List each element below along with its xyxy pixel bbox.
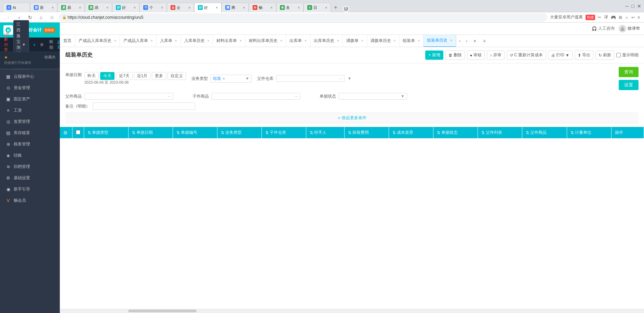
tab-close-5[interactable]: × [134, 6, 136, 10]
parent-warehouse-input[interactable]: ··· [276, 75, 345, 82]
sidebar-item-archive[interactable]: ≋ 归档管理 [0, 161, 60, 172]
sidebar-item-tax[interactable]: ⊛ 税务管理 [0, 139, 60, 150]
select-all-checkbox[interactable] [76, 130, 80, 134]
date-btn-1month[interactable]: 近1月 [134, 72, 151, 80]
nav-tab-close-assemble-history[interactable]: × [450, 39, 452, 42]
th-parent-goods[interactable]: ⇅ 父件商品 [522, 127, 567, 138]
nav-tab-more[interactable]: ≡ [480, 35, 489, 47]
review-btn[interactable]: ● 审核 [467, 51, 485, 60]
child-goods-dots[interactable]: ··· [295, 94, 298, 99]
nav-tab-out-bill-history[interactable]: 出库单历史 × [310, 35, 343, 47]
abandon-btn[interactable]: ○ 弃审 [487, 51, 505, 60]
tab-close-4[interactable]: × [106, 6, 108, 10]
add-btn[interactable]: + 新增 [425, 51, 443, 60]
refresh-btn[interactable]: ↻ 刷新 [595, 51, 614, 60]
menu-icon[interactable]: ≡ [638, 15, 640, 20]
tab-close-2[interactable]: × [52, 6, 54, 10]
tab-close-11[interactable]: × [298, 6, 300, 10]
th-disassemble-fee[interactable]: ⇅ 拆装费用 [344, 127, 389, 138]
date-btn-yesterday[interactable]: 昨天 [84, 72, 99, 80]
tab-close-3[interactable]: × [79, 6, 81, 10]
new-tab-button[interactable]: + [331, 3, 340, 12]
parent-goods-dots[interactable]: ··· [167, 94, 171, 99]
sidebar-item-salary[interactable]: ≡ 工资 [0, 105, 60, 116]
th-bill-date[interactable]: ⇅ 单据日期 [128, 127, 173, 138]
th-parent-list[interactable]: ⇅ 父件列表 [478, 127, 522, 138]
browser-tab-3[interactable]: 易 易 × [57, 3, 85, 12]
parent-warehouse-dots[interactable]: ··· [339, 76, 342, 81]
user-info[interactable]: 徐泽华 [619, 25, 640, 32]
table-settings-gear[interactable]: ⚙ [63, 130, 68, 136]
nav-tab-close-material-out[interactable]: × [240, 39, 242, 43]
biz-type-tag-close[interactable]: × [223, 76, 225, 81]
parent-goods-input[interactable]: ··· [84, 93, 173, 100]
child-goods-input[interactable]: ··· [212, 93, 300, 100]
date-btn-today[interactable]: 今天 [100, 72, 115, 80]
print-btn[interactable]: 🖨 打印 ▼ [548, 51, 573, 60]
nav-tab-close-assemble[interactable]: × [418, 39, 420, 43]
minimize-btn[interactable]: ─ [626, 3, 629, 9]
browser-tab-8[interactable]: 好 好 × [194, 3, 222, 12]
table-settings-th[interactable]: ⚙ [60, 127, 72, 138]
sidebar-item-guide[interactable]: ◉ 新手引导 [0, 184, 60, 195]
sidebar-item-vip[interactable]: V 畅会员 [0, 195, 60, 206]
add-company-btn[interactable]: + [33, 42, 36, 47]
nav-tab-produce-in-history[interactable]: 产成品入库单历史 × [75, 35, 120, 47]
th-handler[interactable]: ⇅ 经手人 [306, 127, 344, 138]
maximize-btn[interactable]: □ [632, 3, 634, 9]
close-btn[interactable]: ✕ [637, 3, 641, 9]
tab-close-8[interactable]: × [216, 6, 218, 10]
tab-close-9[interactable]: × [243, 6, 245, 10]
tab-close-6[interactable]: × [161, 6, 163, 10]
sidebar-item-cloud-report[interactable]: ▦ 云报表中心 [0, 71, 60, 82]
browser-tab-1[interactable]: A Ai [3, 3, 30, 12]
nav-tab-close-all[interactable]: × [470, 35, 480, 47]
tab-close-10[interactable]: × [270, 6, 272, 10]
th-biz-type[interactable]: ⇅ 业务类型 [217, 127, 262, 138]
browser-tab-7[interactable]: 企 企 × [167, 3, 194, 12]
home-btn[interactable]: ⌂ [37, 13, 45, 22]
sidebar-item-fixed-assets[interactable]: ▣ 固定资产 [0, 94, 60, 105]
browser-tab-4[interactable]: 易 易 × [85, 3, 112, 12]
query-button[interactable]: 查询 [619, 67, 639, 77]
bill-status-input[interactable]: ▼ [339, 93, 407, 100]
service-btn[interactable]: 🎧 人工咨询 [592, 26, 615, 31]
nav-tab-close-in-bill-history[interactable]: × [207, 39, 210, 43]
nav-tab-close-in-bill[interactable]: × [175, 39, 177, 43]
biz-type-input-area[interactable]: 组装 × ▼ [211, 75, 252, 83]
th-child-warehouse[interactable]: ⇅ 子件仓库 [262, 127, 306, 138]
browser-tab-2[interactable]: 新 新 × [30, 3, 57, 12]
sidebar-item-checkout[interactable]: ◈ 结账 [0, 150, 60, 161]
nav-tab-close-produce-in-history[interactable]: × [114, 39, 116, 43]
nav-tab-out-bill[interactable]: 出库单 × [286, 35, 310, 47]
delete-btn[interactable]: 🗑 删除 [445, 51, 465, 60]
sidebar-item-invoice[interactable]: ◎ 发票管理 [0, 116, 60, 127]
browser-tab-11[interactable]: 各 各 × [276, 3, 304, 12]
sidebar-item-settings[interactable]: ⚙ 基础设置 [0, 172, 60, 184]
tab-close-7[interactable]: × [188, 6, 190, 10]
recalculate-btn[interactable]: ↺ C 重新计算成本 [507, 51, 546, 60]
nav-tab-close-transfer-history[interactable]: × [394, 39, 396, 43]
sidebar-item-inventory[interactable]: ▤ 库存核算 [0, 127, 60, 139]
th-unit[interactable]: ⇅ 计量单位 [567, 127, 611, 138]
date-btn-more[interactable]: 更多 [152, 72, 166, 80]
bookmark-btn[interactable]: ☆ [48, 13, 56, 22]
bottom-scrollbar[interactable] [60, 309, 644, 313]
back-btn[interactable]: ‹ [4, 13, 12, 22]
browser-tab-6[interactable]: 个 个 × [139, 3, 167, 12]
date-btn-custom[interactable]: 自定义 [167, 72, 186, 80]
browser-tab-9[interactable]: 腾 腾 × [222, 3, 249, 12]
settings-icon[interactable]: ⚙ [40, 42, 44, 47]
nav-tab-in-bill[interactable]: 入库单 × [157, 35, 181, 47]
browser-tab-12[interactable]: S 目 × [304, 3, 331, 12]
remark-input[interactable] [93, 102, 195, 110]
nav-tab-assemble-history[interactable]: 组装单历史 × [424, 35, 456, 47]
export-btn[interactable]: ⬆ 导出 [575, 51, 593, 60]
favorites-title[interactable]: 收藏夹 [44, 55, 56, 60]
nav-tab-transfer[interactable]: 调拨单 × [343, 35, 367, 47]
th-cost-diff[interactable]: ⇅ 成本差异 [389, 127, 433, 138]
nav-tab-assemble[interactable]: 组装单 × [399, 35, 424, 47]
nav-tab-in-bill-history[interactable]: 入库单历史 × [181, 35, 213, 47]
th-bill-type[interactable]: ⇅ 单据类型 [84, 127, 128, 138]
nav-tab-material-out-history[interactable]: 材料出库单历史 × [245, 35, 286, 47]
